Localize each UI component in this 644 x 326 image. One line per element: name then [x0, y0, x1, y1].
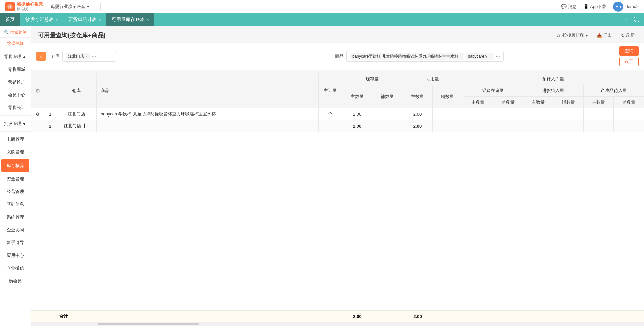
settings-btn[interactable]: 设置 — [619, 57, 639, 66]
product-filter-more-icon[interactable]: ··· — [496, 53, 500, 59]
avatar-text: Ea — [615, 4, 621, 9]
user-area[interactable]: Ea demo2 — [613, 2, 639, 12]
subtotal-settings — [31, 120, 44, 132]
row-index: 1 — [44, 108, 56, 120]
print-icon: 🖨 — [557, 33, 561, 38]
warehouse-tag-text: 江北门店 — [68, 54, 84, 59]
industry-label: 母婴行业演示账套 — [51, 4, 86, 10]
row-warehouse: 江北门店 — [56, 108, 97, 120]
warehouse-filter: 仓库 江北门店 × ··· — [51, 51, 330, 62]
subtotal-unit — [319, 120, 342, 132]
sidebar-item-zero-sales[interactable]: 零售管理 ▲ — [0, 50, 31, 63]
row-avail-aux — [433, 108, 463, 120]
sidebar-item-ops[interactable]: 经营管理 — [0, 185, 31, 198]
th-production: 产成品待入量 — [584, 85, 644, 97]
scrollbar-thumb[interactable] — [98, 323, 199, 325]
table-footer: 合计 2.00 2.00 — [31, 310, 644, 322]
product-tag-area[interactable]: babycare学饮杯 儿童防摔防撞吸管杯重力球吸嘴杯宝宝水杯 × babyca… — [346, 51, 504, 62]
tab-receive-label: 收发存汇总表 — [25, 17, 54, 23]
th-settings[interactable]: ⚙ — [31, 73, 44, 108]
tab-expand-btn[interactable]: ⛶ — [633, 16, 641, 24]
th-pur-main: 主数量 — [463, 97, 493, 108]
sidebar-item-marketing[interactable]: 营销推广 — [0, 76, 31, 89]
sidebar-item-batch[interactable]: 批发管理 ▼ — [0, 117, 31, 130]
tab-home[interactable]: 首页 — [0, 13, 20, 26]
toggle-icon: » — [40, 53, 43, 59]
sidebar-item-zero-mall[interactable]: 零售商城 — [0, 63, 31, 76]
filter-actions: 查询 设置 — [619, 46, 639, 66]
logo-icon: 好 — [5, 2, 15, 11]
message-icon: 💬 — [561, 4, 567, 9]
sidebar-item-stats[interactable]: 零售统计 — [0, 101, 31, 114]
sidebar-item-label: 企业微信 — [4, 265, 26, 271]
sidebar-item-system[interactable]: 系统管理 — [0, 211, 31, 224]
search-icon: 🔍 — [4, 30, 9, 35]
sidebar-item-enterprise[interactable]: 企业协同 — [0, 224, 31, 236]
sidebar-item-finance[interactable]: 资金管理 — [0, 173, 31, 185]
sidebar-nav[interactable]: 快捷导航 — [0, 38, 31, 47]
warehouse-label: 仓库 — [51, 53, 60, 59]
sidebar-item-purchase[interactable]: 采购管理 — [0, 146, 31, 158]
gear-icon[interactable]: ⚙ — [35, 88, 40, 94]
table-row: ⚙ 1 江北门店 babycare学饮杯 儿童防摔防撞吸管杯重力球吸嘴杯宝宝水杯… — [31, 108, 644, 120]
row-stock-main: 2.00 — [342, 108, 372, 120]
sidebar-item-member2[interactable]: 畅会员 — [0, 275, 31, 287]
tab-receive[interactable]: 收发存汇总表 × — [20, 13, 63, 26]
refresh-btn[interactable]: ↻ 刷新 — [618, 31, 637, 40]
sidebar-item-basic[interactable]: 基础信息 — [0, 198, 31, 211]
chevron-down-icon: ▾ — [87, 4, 89, 9]
chevron-up-icon: ▲ — [22, 54, 26, 59]
filter-more-icon[interactable]: ··· — [92, 53, 96, 59]
tab-inventory[interactable]: 可用量库存账本 × — [106, 13, 154, 26]
tab-close-btn[interactable]: × — [622, 16, 630, 24]
sidebar-search[interactable]: 🔍 搜索菜单 — [0, 26, 31, 38]
query-btn[interactable]: 查询 — [619, 46, 639, 56]
sidebar-item-wecom[interactable]: 企业微信 — [0, 262, 31, 275]
warehouse-tag-close[interactable]: × — [86, 55, 88, 58]
content-area: 可用量查询(按仓库+商品) 🖨 按模板打印 ▾ 📤 导出 ↻ 刷新 — [31, 26, 644, 326]
table-container: ⚙ 仓库 商品 主计量 现存量 — [31, 73, 644, 310]
sidebar-item-label: 零售统计 — [7, 105, 26, 111]
subtotal-stock-aux — [372, 120, 402, 132]
horizontal-scrollbar[interactable] — [31, 322, 644, 326]
sidebar-item-label: 采购管理 — [4, 149, 26, 155]
sidebar-item-label: 电商管理 — [4, 136, 26, 142]
sidebar-item-label: 批发管理 — [4, 121, 21, 127]
th-incoming: 进货待入量 — [523, 85, 584, 97]
product-tag-1-close[interactable]: × — [460, 55, 462, 58]
print-label: 按模板打印 — [562, 32, 584, 38]
tab-home-label: 首页 — [5, 17, 15, 23]
sidebar-item-label: 会员中心 — [7, 92, 26, 98]
sidebar-item-inventory-mgr[interactable]: 库存核算 — [1, 159, 29, 172]
app-download-btn[interactable]: 📱 App下载 — [583, 4, 606, 10]
sidebar-item-ecom[interactable]: 电商管理 — [0, 133, 31, 146]
tab-receive-close[interactable]: × — [56, 18, 58, 22]
product-filter: 商品 babycare学饮杯 儿童防摔防撞吸管杯重力球吸嘴杯宝宝水杯 × bab… — [335, 51, 614, 62]
row-settings[interactable]: ⚙ — [31, 108, 44, 120]
warehouse-tag-area[interactable]: 江北门店 × ··· — [62, 51, 116, 62]
tab-order[interactable]: 要货单统计表 × — [63, 13, 106, 26]
sidebar-item-label: 畅会员 — [4, 278, 26, 284]
sidebar-item-label: 库存核算 — [5, 162, 25, 169]
industry-select[interactable]: 母婴行业演示账套 ▾ — [47, 2, 101, 11]
print-btn[interactable]: 🖨 按模板打印 ▾ — [554, 31, 591, 40]
message-btn[interactable]: 💬 消息 — [561, 4, 577, 10]
tab-inventory-close[interactable]: × — [147, 18, 149, 22]
product-tag-2: babycare？... — [466, 53, 494, 60]
subtotal-avail-main: 2.00 — [402, 120, 433, 132]
sidebar-item-member[interactable]: 会员中心 — [0, 89, 31, 101]
sidebar-item-label: 系统管理 — [4, 214, 26, 220]
export-btn[interactable]: 📤 导出 — [594, 31, 615, 40]
tab-order-close[interactable]: × — [99, 18, 101, 22]
row-unit: 个 — [319, 108, 342, 120]
export-icon: 📤 — [597, 33, 602, 38]
table-row-subtotal: 2 江北门店【... 2.00 2.00 — [31, 120, 644, 132]
filter-toggle-btn[interactable]: » — [36, 52, 46, 61]
th-avail-aux: 辅数量 — [433, 85, 463, 108]
data-table: ⚙ 仓库 商品 主计量 现存量 — [31, 73, 644, 132]
sidebar-item-newbie[interactable]: 新手引导 — [0, 236, 31, 249]
sidebar-item-appcenter[interactable]: 应用中心 — [0, 249, 31, 262]
sidebar-search-label: 搜索菜单 — [10, 30, 26, 35]
row-inc-aux — [553, 108, 584, 120]
row-inc-main — [523, 108, 553, 120]
